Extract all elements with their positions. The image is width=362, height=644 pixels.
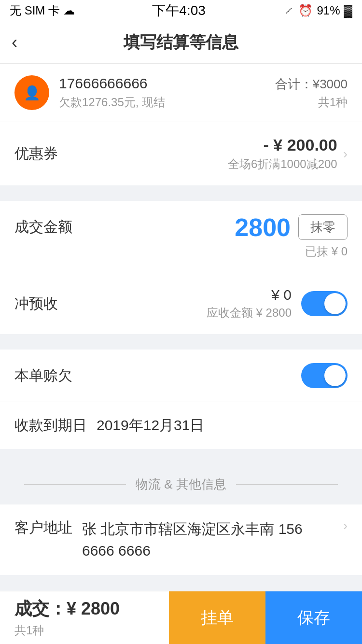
logistics-header: 物流 & 其他信息 (0, 464, 362, 504)
customer-left: 👤 17666666666 欠款1276.35元, 现结 (14, 75, 165, 110)
round-button[interactable]: 抹零 (298, 214, 348, 240)
divider-1 (0, 193, 362, 201)
logistics-text: 物流 & 其他信息 (136, 476, 226, 493)
location-icon: ⟋ (283, 4, 294, 17)
due-date-value: 2019年12月31日 (97, 416, 204, 435)
debit-label: 本单赊欠 (14, 366, 72, 386)
status-bar: 无 SIM 卡 ☁ 下午4:03 ⟋ ⏰ 91% ▓ (0, 0, 362, 21)
coupon-value-block: - ¥ 200.00 全场6折满1000减200 (228, 136, 337, 172)
coupon-label: 优惠券 (14, 144, 58, 164)
customer-info: 17666666666 欠款1276.35元, 现结 (59, 75, 165, 110)
coupon-row[interactable]: 优惠券 - ¥ 200.00 全场6折满1000减200 › (0, 122, 362, 185)
due-date-label: 收款到期日 (14, 416, 87, 435)
flush-sub: 应收金额 ¥ 2800 (207, 305, 292, 321)
address-value: 张 北京市市辖区海淀区永丰南 156 6666 6666 (82, 518, 334, 561)
amount-card: 成交金额 2800 抹零 已抹 ¥ 0 冲预收 ¥ 0 应收金额 ¥ 2800 (0, 201, 362, 334)
flush-toggle[interactable] (301, 291, 348, 316)
hold-button[interactable]: 挂单 (169, 591, 265, 644)
coupon-right: - ¥ 200.00 全场6折满1000减200 › (228, 136, 348, 172)
due-date-section: 收款到期日 2019年12月31日 (0, 402, 362, 449)
status-time: 下午4:03 (152, 1, 206, 20)
customer-card: 👤 17666666666 欠款1276.35元, 现结 合计：¥3000 共1… (0, 64, 362, 185)
status-right: ⟋ ⏰ 91% ▓ (283, 4, 352, 17)
battery-text: 91% (317, 4, 340, 17)
bottom-deal-label: 成交： (14, 599, 67, 618)
address-label: 客户地址 (14, 518, 72, 538)
flush-label: 冲预收 (14, 294, 58, 314)
customer-phone: 17666666666 (59, 75, 165, 92)
coupon-value: - ¥ 200.00 (228, 136, 337, 154)
address-card[interactable]: 客户地址 张 北京市市辖区海淀区永丰南 156 6666 6666 › (0, 504, 362, 575)
divider-2 (0, 342, 362, 350)
bottom-bar: 成交：¥ 2800 共1种 挂单 保存 (0, 591, 362, 644)
bottom-count: 共1种 (14, 623, 154, 638)
debit-toggle[interactable] (301, 363, 348, 388)
status-left: 无 SIM 卡 ☁ (10, 3, 75, 18)
amount-right: 2800 抹零 (235, 214, 348, 240)
divider-3 (0, 457, 362, 464)
flush-values: ¥ 0 应收金额 ¥ 2800 (207, 287, 292, 321)
nav-bar: ‹ 填写结算等信息 (0, 21, 362, 64)
amount-sub: 已抹 ¥ 0 (14, 244, 348, 259)
battery-icon: ▓ (344, 4, 353, 17)
amount-section: 成交金额 2800 抹零 已抹 ¥ 0 (0, 201, 362, 273)
total-label: 合计：¥3000 (275, 76, 348, 93)
clock-icon: ⏰ (298, 4, 313, 17)
amount-value: 2800 (235, 215, 291, 240)
due-date-row: 收款到期日 2019年12月31日 (14, 416, 348, 435)
bottom-deal-value: ¥ 2800 (67, 599, 120, 618)
save-button[interactable]: 保存 (265, 591, 362, 644)
address-section[interactable]: 客户地址 张 北京市市辖区海淀区永丰南 156 6666 6666 › (0, 504, 362, 575)
bottom-deal: 成交：¥ 2800 (14, 597, 154, 621)
amount-row: 成交金额 2800 抹零 (14, 214, 348, 240)
bottom-summary: 成交：¥ 2800 共1种 (0, 597, 169, 638)
flush-row: 冲预收 ¥ 0 应收金额 ¥ 2800 (14, 287, 348, 321)
customer-subtitle: 欠款1276.35元, 现结 (59, 95, 165, 110)
debit-section: 本单赊欠 (0, 350, 362, 402)
customer-total: 合计：¥3000 共1种 (275, 76, 348, 110)
signal-text: 无 SIM 卡 ☁ (10, 3, 75, 18)
coupon-desc: 全场6折满1000减200 (228, 156, 337, 172)
bottom-actions: 挂单 保存 (169, 591, 362, 644)
total-count: 共1种 (275, 95, 348, 110)
main-content: 👤 17666666666 欠款1276.35元, 现结 合计：¥3000 共1… (0, 64, 362, 644)
debit-row: 本单赊欠 (14, 363, 348, 388)
amount-label: 成交金额 (14, 217, 72, 237)
debit-card: 本单赊欠 收款到期日 2019年12月31日 (0, 350, 362, 449)
back-button[interactable]: ‹ (12, 32, 17, 53)
customer-row: 👤 17666666666 欠款1276.35元, 现结 合计：¥3000 共1… (0, 64, 362, 122)
coupon-chevron-icon: › (343, 146, 348, 162)
page-title: 填写结算等信息 (124, 31, 238, 54)
flush-section: 冲预收 ¥ 0 应收金额 ¥ 2800 (0, 273, 362, 334)
flush-right: ¥ 0 应收金额 ¥ 2800 (207, 287, 348, 321)
avatar-icon: 👤 (24, 85, 41, 101)
flush-amount: ¥ 0 (207, 287, 292, 303)
avatar: 👤 (14, 75, 49, 110)
address-chevron-icon: › (343, 518, 348, 533)
